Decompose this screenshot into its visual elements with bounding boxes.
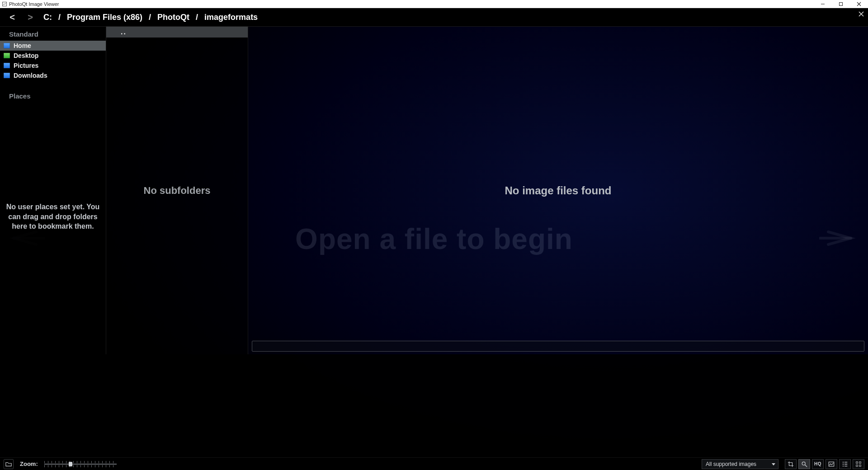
zoom-label: Zoom: <box>20 461 38 467</box>
sidebar-places-empty: No user places set yet. You can drag and… <box>0 202 106 231</box>
os-titlebar: PhotoQt Image Viewer <box>0 0 868 8</box>
svg-rect-7 <box>859 465 861 466</box>
svg-rect-5 <box>859 461 861 463</box>
sidebar-pane: Standard Home Desktop Pictures Downloads… <box>0 27 106 354</box>
folder-icon <box>4 43 10 48</box>
folder-icon <box>4 73 10 78</box>
sidebar-section-places: Places <box>0 89 106 103</box>
folder-icon <box>4 63 10 68</box>
breadcrumb-segment[interactable]: PhotoQt <box>157 13 189 22</box>
sidebar-item-pictures[interactable]: Pictures <box>0 61 106 70</box>
folders-pane: .. No subfolders <box>106 27 248 354</box>
folders-empty-text: No subfolders <box>106 27 248 354</box>
sidebar-section-standard: Standard <box>0 27 106 41</box>
svg-rect-6 <box>856 465 858 466</box>
view-toolbar: HQ <box>785 459 864 469</box>
breadcrumb-bar: < > C: / Program Files (x86) / PhotoQt /… <box>0 8 868 26</box>
breadcrumb-sep-icon: / <box>196 13 198 22</box>
nav-back-button[interactable]: < <box>7 12 17 22</box>
sidebar-item-label: Pictures <box>14 62 38 69</box>
preview-pane: No image files found <box>248 27 868 354</box>
svg-rect-4 <box>856 461 858 463</box>
folder-icon <box>4 53 10 58</box>
format-filter-dropdown[interactable]: All supported images <box>702 459 778 469</box>
sidebar-item-label: Desktop <box>14 52 38 59</box>
window-maximize-button[interactable] <box>832 0 850 8</box>
thumbnail-view-button[interactable] <box>826 459 837 469</box>
svg-rect-1 <box>840 2 843 5</box>
sidebar-item-home[interactable]: Home <box>0 41 106 51</box>
hq-toggle-button[interactable]: HQ <box>812 459 824 469</box>
app-root: Open a file to begin < > C: / Program Fi… <box>0 8 868 470</box>
sidebar-item-desktop[interactable]: Desktop <box>0 51 106 61</box>
panes: Standard Home Desktop Pictures Downloads… <box>0 26 868 354</box>
svg-rect-3 <box>829 462 834 466</box>
crop-tool-button[interactable] <box>785 459 797 469</box>
list-view-button[interactable] <box>839 459 851 469</box>
sidebar-item-label: Home <box>14 42 31 49</box>
format-filter-value: All supported images <box>706 461 756 467</box>
sidebar-item-downloads[interactable]: Downloads <box>0 70 106 80</box>
breadcrumb-segment[interactable]: imageformats <box>204 13 258 22</box>
preview-empty-text: No image files found <box>248 27 868 354</box>
breadcrumb-sep-icon: / <box>149 13 151 22</box>
window-title: PhotoQt Image Viewer <box>9 1 59 7</box>
window-minimize-button[interactable] <box>814 0 832 8</box>
zoom-slider[interactable] <box>44 461 117 467</box>
filename-filter-input[interactable] <box>252 341 864 352</box>
magnifier-button[interactable] <box>798 459 810 469</box>
breadcrumb-segment[interactable]: Program Files (x86) <box>67 13 142 22</box>
nav-forward-button[interactable]: > <box>25 12 35 22</box>
breadcrumb-path: C: / Program Files (x86) / PhotoQt / ima… <box>43 13 258 22</box>
window-close-button[interactable] <box>850 0 868 8</box>
breadcrumb-segment[interactable]: C: <box>43 13 52 22</box>
breadcrumb-sep-icon: / <box>58 13 61 22</box>
bottom-toolbar: Zoom: All supported images HQ <box>0 457 868 470</box>
sidebar-item-label: Downloads <box>14 72 47 79</box>
app-icon <box>2 1 7 7</box>
open-folder-button[interactable] <box>4 459 14 469</box>
grid-view-button[interactable] <box>853 459 864 469</box>
svg-point-2 <box>802 462 805 465</box>
dialog-close-button[interactable] <box>857 10 865 18</box>
thumbnail-strip-area <box>0 354 868 457</box>
zoom-slider-thumb[interactable] <box>69 462 72 466</box>
